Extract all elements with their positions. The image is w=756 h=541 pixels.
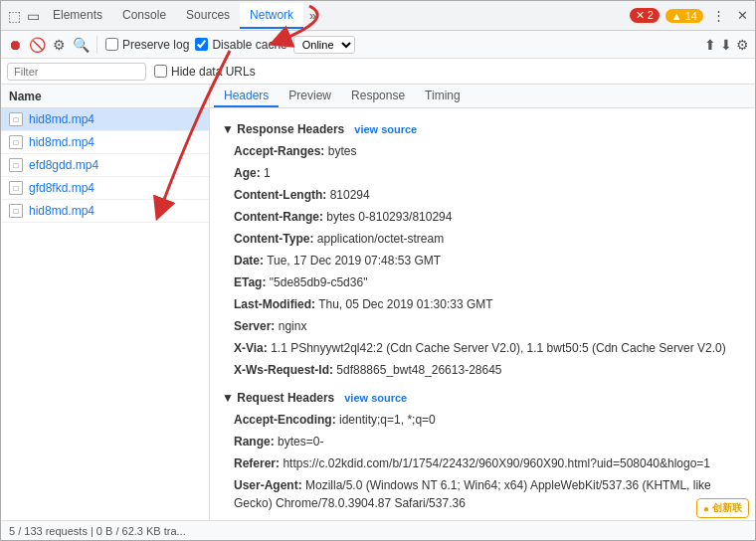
- disable-cache-label[interactable]: Disable cache: [195, 38, 286, 52]
- throttle-select[interactable]: Online: [293, 36, 355, 54]
- tab-network[interactable]: Network: [240, 3, 303, 29]
- file-icon-0: □: [9, 112, 23, 126]
- error-badge: ✕ 2: [630, 8, 660, 23]
- filter-input[interactable]: [7, 63, 146, 81]
- disable-cache-checkbox[interactable]: [195, 38, 208, 51]
- file-icon-4: □: [9, 204, 23, 218]
- toolbar-right: ⬆ ⬇ ⚙: [704, 37, 749, 53]
- main-area: Name □ hid8md.mp4 □ hid8md.mp4 □ efd8gdd…: [1, 85, 755, 520]
- file-item-3[interactable]: □ gfd8fkd.mp4: [1, 177, 209, 200]
- file-list-panel: Name □ hid8md.mp4 □ hid8md.mp4 □ efd8gdd…: [1, 85, 210, 520]
- filter-bar: Hide data URLs: [1, 59, 755, 85]
- detail-panel: Headers Preview Response Timing ▼ Respon…: [210, 85, 755, 520]
- reqh-accept-encoding: Accept-Encoding: identity;q=1, *;q=0: [222, 409, 743, 431]
- file-icon-3: □: [9, 181, 23, 195]
- request-headers-triangle: ▼ Request Headers: [222, 391, 334, 405]
- network-toolbar: ⏺ 🚫 ⚙ 🔍 Preserve log Disable cache Onlin…: [1, 31, 755, 59]
- tab-sources[interactable]: Sources: [176, 3, 240, 29]
- tab-console[interactable]: Console: [112, 3, 176, 29]
- hide-data-urls-checkbox[interactable]: [154, 65, 167, 78]
- request-headers-title: ▼ Request Headers view source: [222, 391, 743, 405]
- device-icon[interactable]: ▭: [24, 5, 43, 27]
- rh-x-via: X-Via: 1.1 PShnyywt2ql42:2 (Cdn Cache Se…: [222, 337, 743, 359]
- file-item-1[interactable]: □ hid8md.mp4: [1, 131, 209, 154]
- tab-bar: ⬚ ▭ Elements Console Sources Network » ✕…: [1, 1, 755, 31]
- tab-overflow[interactable]: »: [303, 4, 322, 28]
- rh-x-ws-request-id: X-Ws-Request-Id: 5df88865_bwt48_26613-28…: [222, 359, 743, 381]
- rh-age: Age: 1: [222, 162, 743, 184]
- separator-1: [96, 36, 97, 54]
- status-text: 5 / 133 requests | 0 B / 62.3 KB tra...: [9, 525, 186, 537]
- clear-button[interactable]: 🚫: [29, 37, 45, 53]
- tab-elements[interactable]: Elements: [43, 3, 112, 29]
- detail-tab-response[interactable]: Response: [341, 86, 415, 107]
- menu-icon[interactable]: ⋮: [709, 5, 728, 26]
- filter-options: Hide data URLs: [154, 65, 256, 79]
- rh-last-modified: Last-Modified: Thu, 05 Dec 2019 01:30:33…: [222, 293, 743, 315]
- watermark: ● 创新联: [696, 498, 749, 518]
- rh-content-length: Content-Length: 810294: [222, 184, 743, 206]
- hide-data-urls-label[interactable]: Hide data URLs: [154, 65, 256, 79]
- detail-tab-headers[interactable]: Headers: [214, 86, 279, 107]
- preserve-log-label[interactable]: Preserve log: [105, 38, 189, 52]
- warn-badge: ▲ 14: [665, 9, 703, 23]
- file-icon-1: □: [9, 135, 23, 149]
- close-icon[interactable]: ✕: [734, 5, 751, 26]
- record-button[interactable]: ⏺: [7, 37, 23, 53]
- rh-server: Server: nginx: [222, 315, 743, 337]
- reqh-referer: Referer: https://c.02kdid.com/b/1/1754/2…: [222, 452, 743, 474]
- filter-icon-btn[interactable]: ⚙: [51, 37, 67, 53]
- response-headers-triangle: ▼ Response Headers: [222, 122, 344, 136]
- detail-tab-timing[interactable]: Timing: [415, 86, 471, 107]
- search-button[interactable]: 🔍: [73, 37, 89, 53]
- rh-content-range: Content-Range: bytes 0-810293/810294: [222, 206, 743, 228]
- response-headers-title: ▼ Response Headers view source: [222, 122, 743, 136]
- status-bar: 5 / 133 requests | 0 B / 62.3 KB tra...: [1, 520, 755, 540]
- watermark-text: 创新联: [712, 501, 742, 515]
- file-list: □ hid8md.mp4 □ hid8md.mp4 □ efd8gdd.mp4 …: [1, 108, 209, 520]
- file-item-2[interactable]: □ efd8gdd.mp4: [1, 154, 209, 177]
- import-icon[interactable]: ⬆: [704, 37, 716, 53]
- view-source-response[interactable]: view source: [354, 123, 417, 135]
- rh-etag: ETag: "5de85db9-c5d36": [222, 271, 743, 293]
- detail-tab-bar: Headers Preview Response Timing: [210, 85, 755, 108]
- view-source-request[interactable]: view source: [344, 392, 407, 404]
- detail-content: ▼ Response Headers view source Accept-Ra…: [210, 108, 755, 520]
- reqh-user-agent: User-Agent: Mozilla/5.0 (Windows NT 6.1;…: [222, 474, 743, 514]
- export-icon[interactable]: ⬇: [720, 37, 732, 53]
- watermark-icon: ●: [703, 503, 709, 514]
- file-item-0[interactable]: □ hid8md.mp4: [1, 108, 209, 131]
- inspect-icon[interactable]: ⬚: [5, 5, 24, 27]
- rh-accept-ranges: Accept-Ranges: bytes: [222, 140, 743, 162]
- detail-tab-preview[interactable]: Preview: [279, 86, 341, 107]
- preserve-log-checkbox[interactable]: [105, 38, 118, 51]
- file-list-header: Name: [1, 85, 209, 108]
- file-icon-2: □: [9, 158, 23, 172]
- file-item-4[interactable]: □ hid8md.mp4: [1, 200, 209, 223]
- rh-content-type: Content-Type: application/octet-stream: [222, 228, 743, 250]
- settings-icon[interactable]: ⚙: [736, 37, 749, 53]
- reqh-range: Range: bytes=0-: [222, 431, 743, 452]
- rh-date: Date: Tue, 17 Dec 2019 07:48:53 GMT: [222, 250, 743, 271]
